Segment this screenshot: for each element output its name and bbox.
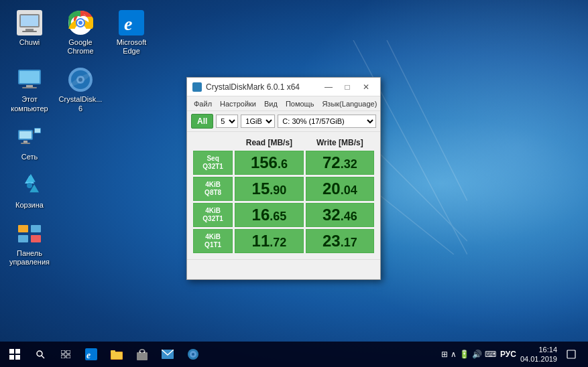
minimize-button[interactable]: —: [320, 80, 337, 94]
icon-row-3: Сеть: [7, 121, 154, 164]
chuwi-label: Chuwi: [19, 38, 40, 47]
svg-rect-41: [9, 355, 14, 360]
mail-icon: [162, 350, 174, 359]
taskbar: e: [0, 342, 588, 367]
close-button[interactable]: ✕: [357, 80, 375, 94]
desktop-icon-mycomputer[interactable]: Этоткомпьютер: [7, 64, 52, 115]
start-button[interactable]: [3, 342, 27, 366]
taskbar-cdm-button[interactable]: [181, 342, 205, 366]
menu-help[interactable]: Помощь: [282, 98, 318, 109]
desktop-icons-container: Chuwi: [7, 7, 154, 270]
crystaldisk-icon: [67, 66, 94, 93]
desktop-icon-controlpanel[interactable]: Панельуправления: [7, 218, 52, 269]
desktop-icon-chuwi[interactable]: Chuwi: [7, 7, 52, 58]
benchmark-table: Read [MB/s] Write [MB/s] SeqQ32T1 156.6 …: [191, 135, 376, 255]
write-int-4k1t1: 23: [322, 232, 341, 250]
all-button[interactable]: All: [191, 114, 213, 129]
window-titlebar: CrystalDiskMark 6.0.1 x64 — □ ✕: [187, 78, 380, 96]
svg-point-56: [139, 352, 141, 353]
tray-keyboard-icon[interactable]: ⌨: [485, 350, 496, 359]
svg-rect-17: [26, 85, 33, 87]
row-label-4k1t1: 4KiBQ1T1: [193, 229, 233, 253]
read-int-4k8t8: 15: [252, 179, 270, 198]
store-icon: [137, 348, 148, 360]
desktop-icon-crystaldisk[interactable]: CrystalDisk...6: [58, 64, 103, 115]
svg-rect-6: [21, 15, 38, 26]
language-indicator[interactable]: РУС: [500, 350, 516, 359]
svg-rect-8: [22, 31, 37, 32]
taskbar-edge-button[interactable]: e: [79, 342, 103, 366]
read-dec-4k1t1: .72: [270, 236, 286, 249]
svg-rect-39: [9, 349, 14, 354]
svg-rect-42: [15, 355, 20, 360]
recycle-label: Корзина: [15, 201, 44, 210]
svg-rect-36: [31, 225, 41, 232]
svg-point-61: [192, 353, 194, 356]
svg-rect-47: [61, 355, 65, 358]
svg-line-44: [42, 356, 44, 358]
read-dec-seq: .6: [278, 157, 288, 171]
taskbar-mail-button[interactable]: [156, 342, 180, 366]
taskview-button[interactable]: [54, 342, 78, 366]
row-write-4k8t8: 20.04: [306, 177, 374, 201]
taskview-icon: [61, 350, 70, 358]
row-read-4k8t8: 15.90: [235, 177, 303, 201]
menu-file[interactable]: Файл: [190, 98, 216, 109]
svg-rect-62: [567, 350, 575, 358]
desktop-icon-network[interactable]: Сеть: [7, 121, 52, 164]
taskbar-store-button[interactable]: [130, 342, 154, 366]
svg-rect-37: [18, 235, 28, 242]
write-int-4k32t1: 32: [322, 206, 341, 224]
count-select[interactable]: 5: [216, 115, 238, 128]
window-statusbar: [187, 259, 380, 279]
search-icon: [36, 350, 45, 359]
svg-text:e: e: [86, 350, 91, 360]
taskbar-cdm-icon: [187, 348, 199, 360]
menu-view[interactable]: Вид: [260, 98, 282, 109]
network-label: Сеть: [21, 153, 38, 161]
menu-settings[interactable]: Настройки: [216, 98, 260, 109]
taskbar-edge-icon: e: [85, 348, 97, 360]
read-int-seq: 156: [251, 153, 278, 171]
taskbar-explorer-button[interactable]: [105, 342, 129, 366]
svg-rect-45: [61, 350, 65, 354]
write-dec-seq: .32: [341, 157, 357, 171]
svg-rect-27: [21, 143, 30, 144]
desktop-icon-chrome[interactable]: GoogleChrome: [58, 7, 103, 58]
write-header: Write [MB/s]: [306, 137, 374, 149]
menu-bar: Файл Настройки Вид Помощь Язык(Language): [187, 96, 380, 111]
desktop-icon-recycle[interactable]: Корзина: [7, 169, 52, 212]
menu-language[interactable]: Язык(Language): [318, 98, 381, 109]
tray-battery-icon[interactable]: 🔋: [459, 350, 469, 359]
row-label-seq: SeqQ32T1: [193, 151, 233, 175]
drive-select[interactable]: C: 30% (17/57GiB): [278, 115, 376, 128]
desktop-icon-edge[interactable]: e MicrosoftEdge: [109, 7, 154, 58]
tray-chevron-icon[interactable]: ∧: [451, 350, 457, 359]
maximize-button[interactable]: □: [339, 80, 356, 94]
tray-volume-icon[interactable]: 🔊: [472, 350, 482, 359]
controlpanel-label: Панельуправления: [9, 249, 50, 267]
svg-line-1: [387, 40, 467, 201]
read-dec-4k8t8: .90: [270, 184, 286, 197]
search-button[interactable]: [28, 342, 52, 366]
clock[interactable]: 16:14 04.01.2019: [520, 345, 557, 364]
cdm-app-icon: [192, 82, 202, 92]
tray-network-icon[interactable]: ⊞: [441, 350, 448, 359]
controlpanel-icon: [16, 220, 43, 247]
row-write-seq: 72.32: [306, 151, 374, 175]
row-label-4k32t1: 4KiBQ32T1: [193, 203, 233, 227]
svg-line-30: [33, 131, 34, 134]
explorer-icon: [111, 349, 123, 360]
svg-point-57: [143, 352, 145, 353]
icon-row-1: Chuwi: [7, 7, 154, 58]
svg-rect-48: [66, 355, 70, 358]
notification-center-button[interactable]: [561, 342, 581, 366]
svg-rect-18: [22, 87, 37, 88]
svg-rect-26: [23, 141, 27, 143]
icon-row-4: Корзина: [7, 169, 154, 212]
size-select[interactable]: 1GiB: [241, 115, 275, 128]
table-row: SeqQ32T1 156.6 72.32: [193, 151, 374, 175]
svg-rect-35: [18, 225, 28, 232]
system-tray: ⊞ ∧ 🔋 🔊 ⌨: [441, 350, 496, 359]
clock-time: 16:14: [520, 345, 557, 354]
